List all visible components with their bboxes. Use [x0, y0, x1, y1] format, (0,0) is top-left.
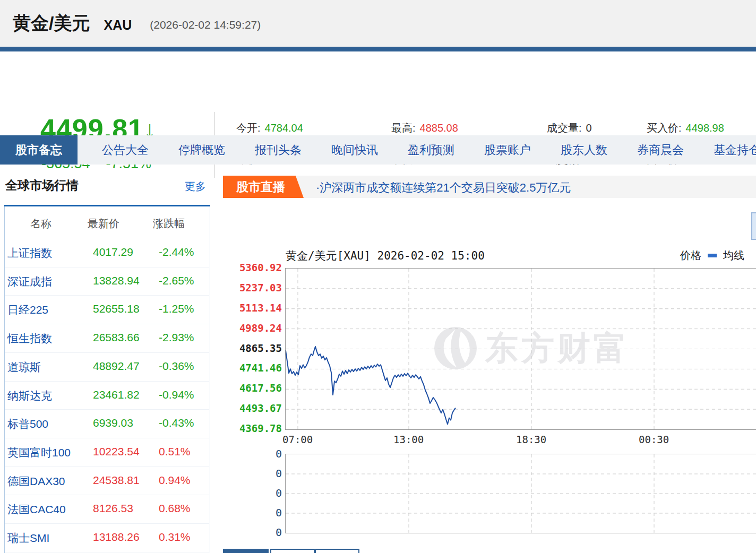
nav-item-1[interactable]: 公告大全	[87, 135, 164, 165]
market-row-7[interactable]: 英国富时10010223.540.51%	[5, 438, 210, 466]
nav-item-5[interactable]: 盈利预测	[393, 135, 469, 165]
row-separator	[5, 552, 209, 552]
nav-item-8[interactable]: 券商晨会	[622, 135, 699, 165]
nav-item-4[interactable]: 晚间快讯	[316, 135, 393, 165]
price-chart[interactable]: 东方财富	[285, 268, 756, 430]
stat-6: 买入价:4498.98	[647, 121, 724, 135]
y-tick-1: 5237.03	[224, 282, 282, 293]
market-change-pct: 0.51%	[159, 445, 191, 458]
market-price: 24538.81	[93, 474, 140, 487]
market-row-3[interactable]: 恒生指数26583.66-2.93%	[5, 324, 210, 352]
y-tick-3: 4989.24	[224, 322, 282, 334]
market-name: 德国DAX30	[7, 474, 65, 489]
market-row-1[interactable]: 深证成指13828.94-2.65%	[5, 267, 210, 296]
market-row-4[interactable]: 道琼斯48892.47-0.36%	[5, 352, 210, 381]
market-change-pct: 0.94%	[159, 474, 191, 487]
market-price: 10223.54	[93, 445, 140, 458]
legend-ma-label: 均线	[723, 248, 744, 263]
legend-price-label: 价格	[680, 248, 701, 263]
nav-item-0[interactable]: 股市备忘	[0, 135, 78, 165]
instrument-title: 黄金/美元	[13, 11, 90, 36]
x-tick-0: 07:00	[282, 434, 313, 445]
market-change-pct: -1.25%	[159, 303, 194, 315]
market-change-pct: -2.65%	[159, 274, 194, 287]
market-name: 标普500	[7, 417, 48, 431]
market-change-pct: -2.44%	[159, 246, 194, 258]
volume-tick-4: 0	[224, 526, 282, 539]
market-price: 26583.66	[93, 331, 140, 344]
stat-value: 0	[586, 122, 592, 134]
market-price: 13828.94	[93, 274, 140, 287]
market-price: 13188.26	[93, 531, 140, 543]
sidebar-more-link[interactable]: 更多	[185, 179, 206, 194]
stat-label: 买入价:	[647, 122, 682, 134]
y-tick-8: 4369.78	[224, 422, 282, 434]
header-divider-bar	[0, 47, 756, 51]
stat-value: 4784.04	[265, 122, 303, 134]
sidebar-title: 全球市场行情	[5, 177, 79, 194]
instrument-symbol: XAU	[104, 18, 132, 33]
volume-tick-1: 0	[224, 467, 282, 480]
market-change-pct: 0.68%	[159, 502, 191, 515]
market-row-10[interactable]: 瑞士SMI13188.260.31%	[5, 523, 210, 552]
market-name: 纳斯达克	[7, 388, 52, 403]
market-price: 23461.82	[93, 388, 140, 401]
stat-2: 最高:4885.08	[391, 121, 458, 135]
chart-title: 黄金/美元[XAU] 2026-02-02 15:00	[286, 248, 485, 263]
market-change-pct: -0.36%	[159, 360, 194, 373]
y-tick-5: 4741.46	[224, 362, 282, 374]
market-row-9[interactable]: 法国CAC408126.530.68%	[5, 495, 210, 523]
stat-value: 4885.08	[420, 122, 458, 134]
period-tab-3[interactable]	[315, 549, 359, 553]
live-ticker-band: 股市直播 ·沪深两市成交额连续第21个交易日突破2.5万亿元	[223, 176, 756, 198]
market-row-8[interactable]: 德国DAX3024538.810.94%	[5, 466, 210, 495]
live-ticker-flag: 股市直播	[223, 176, 304, 198]
market-name: 深证成指	[7, 274, 52, 289]
quote-timestamp: (2026-02-02 14:59:27)	[150, 19, 261, 31]
nav-item-9[interactable]: 基金持仓	[699, 135, 756, 165]
market-price: 52655.18	[93, 303, 140, 315]
market-row-6[interactable]: 标普5006939.03-0.43%	[5, 409, 210, 438]
market-name: 法国CAC40	[7, 502, 66, 517]
y-tick-0: 5360.92	[224, 262, 282, 273]
price-plot-svg	[286, 269, 756, 429]
volume-tick-0: 0	[224, 447, 282, 460]
volume-tick-3: 0	[224, 506, 282, 519]
nav-spacer	[78, 135, 87, 165]
market-price: 48892.47	[93, 360, 140, 373]
nav-item-3[interactable]: 报刊头条	[240, 135, 316, 165]
x-tick-2: 18:30	[516, 434, 546, 445]
volume-chart[interactable]	[285, 454, 756, 533]
volume-tick-2: 0	[224, 487, 282, 499]
sidebar-column-2: 涨跌幅	[153, 217, 185, 231]
ticker-news-link[interactable]: ·沪深两市成交额连续第21个交易日突破2.5万亿元	[316, 180, 571, 196]
live-ticker-label: 股市直播	[236, 179, 285, 195]
market-row-0[interactable]: 上证指数4017.29-2.44%	[5, 238, 210, 267]
nav-item-7[interactable]: 股东人数	[546, 135, 622, 165]
chart-side-tool-button[interactable]	[751, 212, 756, 240]
price-line	[286, 347, 456, 424]
top-nav-bar: 股市备忘公告大全停牌概览报刊头条晚间快讯盈利预测股票账户股东人数券商晨会基金持仓	[0, 135, 756, 165]
x-tick-3: 00:30	[639, 434, 669, 445]
sidebar-column-0: 名称	[30, 217, 51, 231]
market-row-5[interactable]: 纳斯达克23461.82-0.94%	[5, 381, 210, 410]
nav-item-6[interactable]: 股票账户	[469, 135, 546, 165]
market-price: 4017.29	[93, 246, 133, 258]
market-name: 瑞士SMI	[7, 531, 49, 546]
stat-4: 成交量:0	[547, 121, 592, 135]
quote-strip: 4499.81↓ -365.54-7.51% 今开:4784.04昨收:4865…	[0, 51, 756, 135]
stat-label: 今开:	[236, 122, 261, 134]
stat-0: 今开:4784.04	[236, 121, 303, 135]
market-name: 英国富时100	[7, 445, 71, 460]
x-tick-1: 13:00	[393, 434, 424, 445]
chart-legend: 价格 均线	[680, 248, 744, 263]
market-change-pct: -0.43%	[159, 417, 194, 429]
period-tab-2[interactable]	[270, 549, 315, 553]
market-price: 8126.53	[93, 502, 133, 515]
y-tick-2: 5113.14	[224, 302, 282, 314]
nav-item-2[interactable]: 停牌概览	[164, 135, 240, 165]
period-tab-active[interactable]	[223, 549, 269, 553]
page-header: 黄金/美元 XAU (2026-02-02 14:59:27)	[0, 0, 756, 47]
market-row-2[interactable]: 日经22552655.18-1.25%	[5, 295, 210, 324]
market-name: 道琼斯	[7, 360, 41, 375]
